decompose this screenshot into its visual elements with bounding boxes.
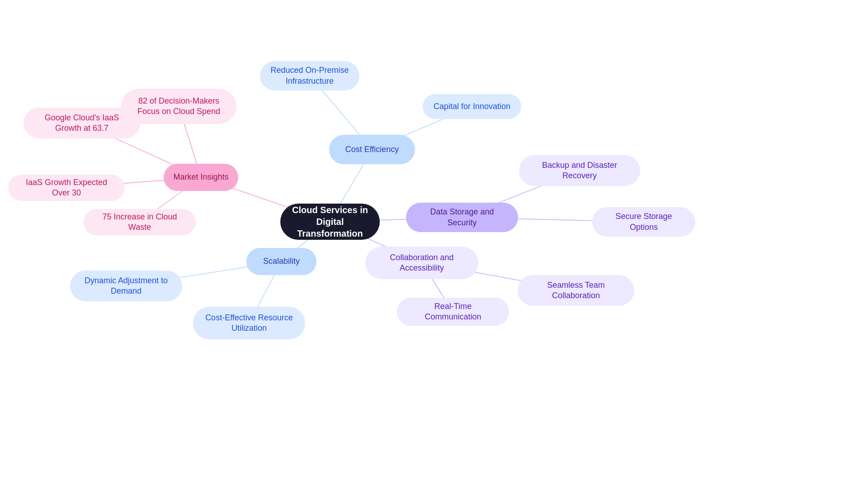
node-reduced-on-premise[interactable]: Reduced On-Premise Infrastructure [260, 61, 359, 90]
node-seamless-collab[interactable]: Seamless Team Collaboration [518, 275, 634, 306]
node-data-storage[interactable]: Data Storage and Security [406, 203, 518, 232]
node-capital-innovation[interactable]: Capital for Innovation [423, 94, 521, 119]
node-collab-access[interactable]: Collaboration and Accessibility [365, 247, 478, 279]
node-cloud-waste[interactable]: 75 Increase in Cloud Waste [84, 209, 196, 235]
node-cost-efficiency[interactable]: Cost Efficiency [329, 135, 415, 164]
node-dynamic-adjustment[interactable]: Dynamic Adjustment to Demand [70, 271, 182, 301]
node-iaas-growth[interactable]: IaaS Growth Expected Over 30 [8, 175, 125, 201]
node-google-cloud[interactable]: Google Cloud's IaaS Growth at 63.7 [24, 108, 140, 138]
node-scalability[interactable]: Scalability [246, 248, 316, 275]
center-node: Cloud Services in Digital Transformation [280, 204, 380, 240]
node-backup-recovery[interactable]: Backup and Disaster Recovery [519, 155, 640, 186]
node-secure-storage[interactable]: Secure Storage Options [592, 207, 695, 237]
node-cost-effective[interactable]: Cost-Effective Resource Utilization [193, 307, 305, 339]
node-market-insights[interactable]: Market Insights [164, 164, 238, 191]
node-realtime-comm[interactable]: Real-Time Communication [397, 298, 509, 326]
